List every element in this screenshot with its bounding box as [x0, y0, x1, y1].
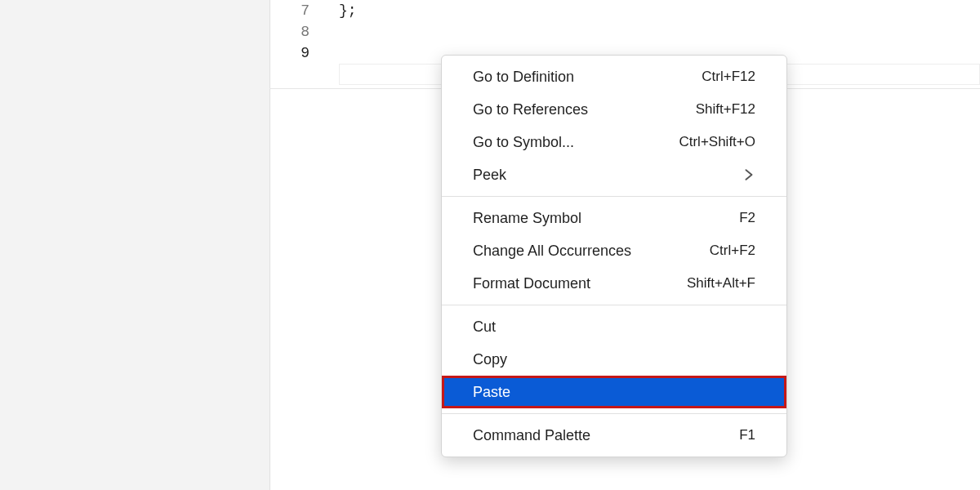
menu-item-label: Format Document: [473, 275, 667, 292]
menu-item-label: Command Palette: [473, 427, 719, 444]
menu-item-format-document[interactable]: Format Document Shift+Alt+F: [442, 267, 786, 300]
code-line-7[interactable]: };: [339, 0, 980, 21]
menu-item-label: Peek: [473, 167, 742, 184]
menu-separator: [442, 196, 786, 197]
code-line-8[interactable]: [339, 21, 980, 42]
menu-item-command-palette[interactable]: Command Palette F1: [442, 419, 786, 452]
line-number: 8: [270, 21, 329, 42]
menu-item-label: Rename Symbol: [473, 210, 719, 227]
menu-item-rename-symbol[interactable]: Rename Symbol F2: [442, 202, 786, 234]
menu-item-label: Change All Occurrences: [473, 243, 690, 260]
menu-item-label: Go to Definition: [473, 69, 682, 86]
line-number-active: 9: [270, 42, 329, 64]
menu-item-shortcut: Shift+F12: [696, 101, 755, 118]
menu-item-label: Cut: [473, 318, 755, 336]
menu-separator: [442, 305, 786, 305]
menu-item-shortcut: F2: [739, 210, 755, 226]
left-panel-blank: [0, 0, 270, 490]
menu-item-go-to-definition[interactable]: Go to Definition Ctrl+F12: [442, 60, 786, 93]
menu-item-shortcut: Ctrl+F12: [702, 69, 755, 85]
line-number: 7: [270, 0, 329, 21]
menu-item-shortcut: F1: [739, 427, 755, 443]
menu-item-go-to-symbol[interactable]: Go to Symbol... Ctrl+Shift+O: [442, 126, 786, 158]
menu-item-go-to-references[interactable]: Go to References Shift+F12: [442, 93, 786, 126]
menu-item-change-all-occurrences[interactable]: Change All Occurrences Ctrl+F2: [442, 234, 786, 267]
menu-item-paste[interactable]: Paste: [442, 376, 786, 408]
menu-item-shortcut: Shift+Alt+F: [687, 275, 755, 292]
menu-item-label: Copy: [473, 351, 755, 368]
menu-item-shortcut: Ctrl+F2: [710, 243, 755, 259]
menu-separator: [442, 413, 786, 414]
menu-item-cut[interactable]: Cut: [442, 310, 786, 343]
menu-item-label: Go to Symbol...: [473, 134, 659, 151]
chevron-right-icon: [742, 168, 755, 181]
menu-item-shortcut: Ctrl+Shift+O: [679, 134, 755, 150]
context-menu: Go to Definition Ctrl+F12 Go to Referenc…: [441, 55, 787, 457]
line-number-gutter: 7 8 9: [270, 0, 329, 490]
menu-item-label: Paste: [473, 384, 755, 401]
menu-item-peek[interactable]: Peek: [442, 158, 786, 191]
menu-item-copy[interactable]: Copy: [442, 343, 786, 376]
menu-item-label: Go to References: [473, 101, 676, 118]
